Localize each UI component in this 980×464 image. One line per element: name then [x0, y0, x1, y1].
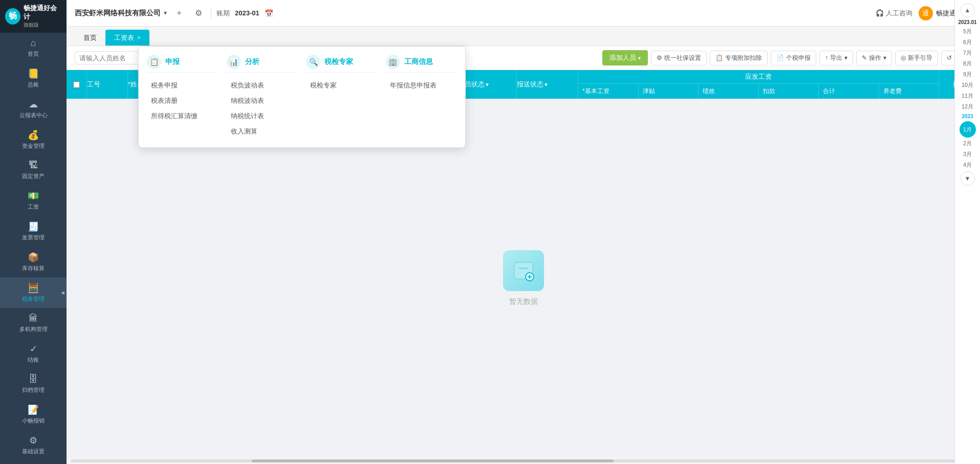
tax-filing-button[interactable]: 📄 个税申报	[771, 51, 816, 65]
scroll-track[interactable]	[71, 459, 976, 462]
timeline-panel: ▲ 2023.01 5月 6月 7月 8月 9月 10月 11月 12月 202…	[954, 0, 980, 464]
refresh-icon: ↺	[947, 54, 952, 61]
cloud_report-sidebar-icon: ☁	[29, 99, 38, 110]
help-button[interactable]: 🎧 人工咨询	[876, 9, 912, 18]
sidebar-item-home[interactable]: ⌂ 首页	[0, 33, 67, 63]
social-insurance-button[interactable]: ⚙ 统一社保设置	[651, 51, 707, 65]
timeline-month-6[interactable]: 6月	[956, 37, 979, 48]
empty-icon	[503, 250, 544, 291]
add-company-button[interactable]: ＋	[172, 6, 186, 20]
timeline-month-5[interactable]: 5月	[956, 26, 979, 37]
action-buttons: 添加人员 ▾ ⚙ 统一社保设置 📋 专项附加扣除 📄 个税申报 ↑ 导出 ▾ ✎	[602, 50, 972, 65]
timeline-month-3[interactable]: 3月	[956, 149, 979, 160]
menu-item-tax-filing[interactable]: 税务申报	[147, 78, 219, 93]
menu-item-income-calc[interactable]: 收入测算	[227, 124, 298, 139]
tax_mgmt-sidebar-icon: 🧮	[28, 282, 39, 294]
sidebar-item-fixed_asset[interactable]: 🏗 固定资产	[0, 155, 67, 185]
th-id: 工号	[87, 70, 128, 99]
sidebar-item-tax_mgmt[interactable]: 🧮 税务管理	[0, 277, 67, 308]
user-avatar: 通	[919, 6, 933, 20]
payroll-group-header: 应发工资	[578, 70, 939, 84]
special-deduction-button[interactable]: 📋 专项附加扣除	[710, 51, 768, 65]
timeline-down-button[interactable]: ▼	[961, 171, 975, 186]
menu-item-tax-check[interactable]: 税检专家	[306, 78, 378, 93]
sidebar-label-settings: 基础设置	[22, 448, 45, 455]
sidebar-label-tax_mgmt: 税务管理	[22, 295, 45, 303]
period-value: 2023-01	[235, 9, 259, 17]
settings-button[interactable]: ⚙	[191, 6, 206, 20]
sidebar-item-salary[interactable]: 💵 工资	[0, 185, 67, 216]
tabbar: 首页 工资表 ×	[67, 27, 980, 46]
th-performance: 绩效	[699, 84, 759, 99]
guide-button[interactable]: ◎ 新手引导	[895, 51, 938, 65]
th-checkbox[interactable]	[67, 70, 87, 99]
timeline-month-10[interactable]: 10月	[956, 80, 979, 91]
sidebar-item-ledger[interactable]: 📒 总账	[0, 63, 67, 94]
sidebar-item-multi_org[interactable]: 🏛 多机构管理	[0, 308, 67, 338]
timeline-month-2[interactable]: 2月	[956, 138, 979, 149]
timeline-year-2023-label: 2023.01	[956, 18, 978, 26]
sidebar-item-cloud_report[interactable]: ☁ 云报表中心	[0, 94, 67, 124]
app-name: 畅捷通好会计	[24, 4, 61, 21]
sidebar-item-invoice[interactable]: 🧾 发票管理	[0, 216, 67, 247]
calendar-icon[interactable]: 📅	[265, 9, 273, 17]
topbar-divider	[211, 7, 211, 19]
tax-management-dropdown: 📋 申报 税务申报 税表清册 所得税汇算清缴 📊 分析 税负波动表 纳税波动表 …	[138, 46, 466, 148]
sidebar-item-fund[interactable]: 💰 资金管理	[0, 124, 67, 155]
gear-icon: ⚙	[657, 54, 662, 61]
add-dropdown-icon: ▾	[638, 55, 641, 61]
sidebar-nav: ⌂ 首页 📒 总账 ☁ 云报表中心 💰 资金管理 🏗 固定资产 💵 工资 🧾 发…	[0, 33, 67, 464]
sidebar-item-inventory[interactable]: 📦 库存核算	[0, 247, 67, 277]
th-send-status[interactable]: 报送状态 ▼	[517, 70, 578, 99]
sidebar-label-ledger: 总账	[28, 81, 39, 89]
company-dropdown-icon: ▾	[164, 10, 167, 16]
tab-close-icon[interactable]: ×	[137, 34, 141, 41]
section-title-biz-info: 🏢 工商信息	[386, 55, 458, 73]
menu-item-tax-wave[interactable]: 纳税波动表	[227, 93, 298, 108]
xiao_report-sidebar-icon: 📝	[28, 404, 39, 415]
fund-sidebar-icon: 💰	[28, 129, 39, 141]
timeline-month-12[interactable]: 12月	[956, 101, 979, 112]
sidebar-item-settlement[interactable]: ✓ 结账	[0, 338, 67, 369]
th-total: 合计	[819, 84, 879, 99]
add-person-button[interactable]: 添加人员 ▾	[602, 50, 648, 65]
sidebar-label-multi_org: 多机构管理	[19, 325, 48, 333]
th-pension: 养老费	[879, 84, 939, 99]
export-button[interactable]: ↑ 导出 ▾	[819, 51, 853, 65]
sidebar-item-guide[interactable]: 🎯 新手引导	[0, 460, 67, 464]
export-dropdown-icon: ▾	[844, 54, 847, 61]
timeline-month-1-active[interactable]: 1月	[960, 121, 976, 138]
menu-item-annual-report[interactable]: 年报信息申报表	[386, 78, 458, 93]
timeline-month-8[interactable]: 8月	[956, 58, 979, 69]
bottom-scrollbar[interactable]	[67, 458, 980, 464]
menu-item-income-tax-settle[interactable]: 所得税汇算清缴	[147, 108, 219, 124]
timeline-up-button[interactable]: ▲	[961, 3, 975, 17]
send-filter-icon: ▼	[543, 82, 549, 87]
menu-item-tax-table[interactable]: 税表清册	[147, 93, 219, 108]
scroll-thumb[interactable]	[252, 459, 614, 462]
section-title-analysis: 📊 分析	[227, 55, 298, 73]
timeline-month-11[interactable]: 11月	[956, 91, 979, 101]
fixed_asset-sidebar-icon: 🏗	[29, 160, 38, 171]
sidebar-label-xiao_report: 小畅报销	[22, 417, 45, 425]
company-selector[interactable]: 西安虾米网络科技有限公司 ▾	[75, 9, 167, 18]
tab-home[interactable]: 首页	[75, 30, 105, 46]
sidebar-label-invoice: 发票管理	[22, 234, 45, 241]
operations-button[interactable]: ✎ 操作 ▾	[856, 51, 892, 65]
menu-item-tax-fluctuation[interactable]: 税负波动表	[227, 78, 298, 93]
sidebar-item-archive[interactable]: 🗄 归档管理	[0, 369, 67, 399]
sidebar-item-xiao_report[interactable]: 📝 小畅报销	[0, 399, 67, 430]
th-base-salary: *基本工资	[578, 84, 639, 99]
svg-rect-1	[518, 268, 529, 269]
archive-sidebar-icon: 🗄	[29, 374, 38, 385]
home-sidebar-icon: ⌂	[31, 38, 36, 49]
svg-rect-2	[518, 271, 526, 272]
menu-item-tax-stats[interactable]: 纳税统计表	[227, 108, 298, 124]
timeline-month-4[interactable]: 4月	[956, 160, 979, 170]
select-all-checkbox[interactable]	[73, 81, 80, 88]
timeline-month-9[interactable]: 9月	[956, 69, 979, 80]
sidebar-item-settings[interactable]: ⚙ 基础设置	[0, 430, 67, 460]
declaration-icon: 📋	[147, 55, 161, 69]
timeline-month-7[interactable]: 7月	[956, 48, 979, 58]
tab-salary[interactable]: 工资表 ×	[105, 30, 149, 46]
